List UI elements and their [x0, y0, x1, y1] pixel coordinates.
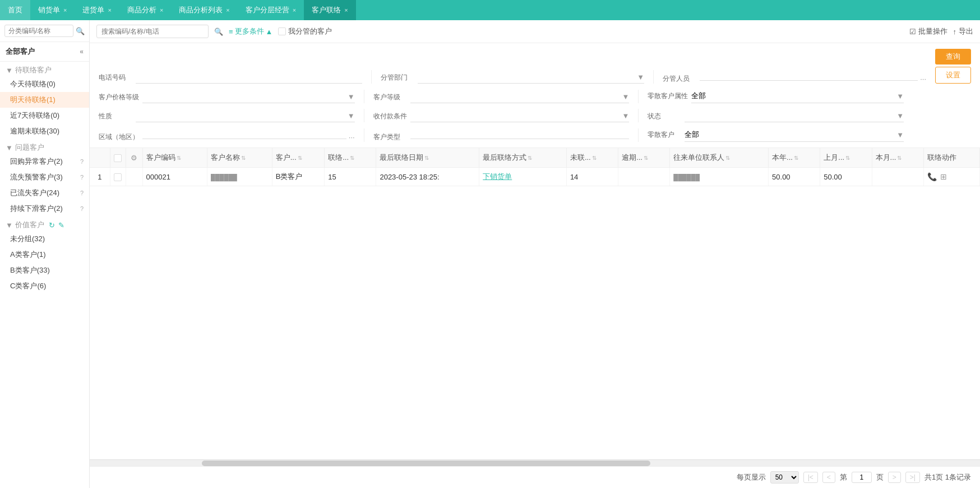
- main-layout: 🔍 全部客户 « ▼ 待联络客户 今天待联络(0) 明天待联络(1) 近7天待联…: [0, 20, 980, 488]
- table-area: ⚙ 客户编码 ⇅ 客户名称 ⇅: [90, 148, 980, 459]
- filter-price-level-select[interactable]: ▼: [142, 91, 355, 103]
- sidebar-item-abnormal[interactable]: 回购异常客户(2) ?: [0, 154, 89, 169]
- sidebar-item-declining[interactable]: 持续下滑客户(2) ?: [0, 201, 89, 217]
- th-actions: 联络动作: [923, 148, 979, 168]
- sidebar-item-ungroup[interactable]: 未分组(32): [0, 231, 89, 247]
- chevron-down-icon: ▼: [896, 92, 904, 100]
- nav-home[interactable]: 首页: [0, 0, 30, 20]
- page-suffix: 页: [876, 472, 884, 482]
- filter-payment-select[interactable]: ▼: [410, 110, 630, 122]
- collapse-icon[interactable]: «: [80, 48, 84, 56]
- contact-method-link[interactable]: 下销货单: [483, 172, 512, 181]
- filter-customer-type-select[interactable]: [410, 135, 630, 139]
- chevron-down-icon: ▼: [896, 112, 904, 120]
- last-page-button[interactable]: >|: [905, 472, 920, 483]
- horizontal-scrollbar[interactable]: [90, 459, 980, 466]
- filter-region-select[interactable]: [142, 135, 346, 139]
- more-options-icon[interactable]: ···: [920, 75, 926, 83]
- sidebar-item-b-class[interactable]: B类客户(33): [0, 263, 89, 278]
- filter-phone-input[interactable]: [136, 72, 362, 84]
- sidebar-item-churned[interactable]: 已流失客户(24) ?: [0, 185, 89, 201]
- cell-this-month: [872, 168, 923, 186]
- th-gear[interactable]: ⚙: [126, 148, 142, 168]
- filter-nature: 性质 ▼: [99, 110, 355, 122]
- export-button[interactable]: ↑ 导出: [953, 26, 974, 36]
- filter-customer-level-select[interactable]: ▼: [410, 91, 630, 103]
- nav-customer-contact[interactable]: 客户联络 ×: [304, 0, 355, 20]
- cell-actions: 📞 ⊞: [923, 168, 979, 186]
- section-label-value: 价值客户: [15, 220, 44, 230]
- first-page-button[interactable]: |<: [803, 472, 818, 483]
- filter-retail-attr-select[interactable]: 全部 ▼: [691, 89, 904, 103]
- page-number-input[interactable]: [852, 472, 872, 483]
- nav-customer-tier[interactable]: 客户分层经营 ×: [238, 0, 304, 20]
- close-icon[interactable]: ×: [63, 7, 67, 13]
- sort-icon: ⇅: [644, 155, 648, 161]
- more-options-dots-icon[interactable]: ···: [349, 133, 355, 141]
- phone-icon[interactable]: 📞: [927, 172, 937, 181]
- question-icon: ?: [80, 158, 84, 165]
- sidebar-item-a-class[interactable]: A类客户(1): [0, 247, 89, 263]
- th-last-month: 上月... ⇅: [820, 148, 872, 168]
- bulk-ops-button[interactable]: ☑ 批量操作: [909, 26, 947, 36]
- filter-status-select[interactable]: ▼: [685, 110, 904, 122]
- chevron-down-icon: ▼: [348, 93, 355, 101]
- cell-code: 000021: [142, 168, 207, 186]
- separator: [364, 90, 364, 103]
- filter-retail-customer-select[interactable]: 全部 ▼: [685, 128, 904, 142]
- close-icon[interactable]: ×: [344, 7, 348, 13]
- question-icon: ?: [80, 174, 84, 181]
- filter-nature-select[interactable]: ▼: [136, 110, 355, 122]
- nav-sales[interactable]: 销货单 ×: [30, 0, 75, 20]
- search-bar: 🔍 ≡ 更多条件 ▲ 我分管的客户 ☑ 批量操作 ↑ 导出: [90, 20, 980, 43]
- nav-product-analysis-list[interactable]: 商品分析列表 ×: [171, 0, 237, 20]
- cell-num: 1: [90, 168, 110, 186]
- th-name: 客户名称 ⇅: [207, 148, 272, 168]
- more-filter-button[interactable]: ≡ 更多条件 ▲: [229, 26, 272, 36]
- search-button[interactable]: 🔍: [214, 27, 223, 36]
- sidebar-all-customers[interactable]: 全部客户 «: [0, 42, 89, 62]
- per-page-select[interactable]: 50 100 200: [770, 471, 799, 484]
- close-icon[interactable]: ×: [226, 7, 229, 13]
- scrollbar-thumb[interactable]: [202, 461, 650, 466]
- settings-button[interactable]: 设置: [935, 67, 971, 84]
- cell-unit-contacts: ██████: [670, 168, 769, 186]
- th-code: 客户编码 ⇅: [142, 148, 207, 168]
- sidebar-item-churn-warning[interactable]: 流失预警客户(3) ?: [0, 169, 89, 185]
- search-icon[interactable]: 🔍: [76, 27, 85, 35]
- chevron-down-icon: ▼: [348, 112, 355, 120]
- filter-dept-select[interactable]: ▼: [418, 71, 644, 84]
- row-checkbox[interactable]: [114, 173, 122, 181]
- sort-icon: ⇅: [350, 155, 354, 161]
- refresh-icon[interactable]: ↻: [49, 221, 55, 229]
- sidebar-item-today[interactable]: 今天待联络(0): [0, 76, 89, 92]
- checkbox-bulk-icon: ☑: [909, 27, 916, 36]
- grid-icon[interactable]: ⊞: [940, 172, 947, 181]
- sidebar-section-pending: ▼ 待联络客户: [0, 62, 89, 76]
- query-button[interactable]: 查询: [935, 49, 971, 65]
- search-input[interactable]: [96, 25, 209, 38]
- filter-region-label: 区域（地区）: [99, 132, 139, 142]
- header-checkbox[interactable]: [114, 154, 122, 162]
- filter-person-select[interactable]: [700, 77, 918, 81]
- edit-icon[interactable]: ✎: [58, 221, 64, 229]
- sidebar-item-overdue[interactable]: 逾期未联络(30): [0, 123, 89, 139]
- sidebar-item-tomorrow[interactable]: 明天待联络(1): [0, 92, 89, 108]
- separator: [638, 128, 639, 142]
- my-customers-checkbox[interactable]: 我分管的客户: [278, 26, 332, 36]
- th-unit-contacts: 往来单位联系人 ⇅: [670, 148, 769, 168]
- sidebar-search-input[interactable]: [4, 25, 73, 37]
- sidebar-item-c-class[interactable]: C类客户(6): [0, 278, 89, 294]
- prev-page-button[interactable]: <: [822, 472, 835, 483]
- nav-purchase[interactable]: 进货单 ×: [75, 0, 119, 20]
- close-icon[interactable]: ×: [293, 7, 296, 13]
- sort-icon: ⇅: [241, 155, 246, 161]
- cell-contacts: 15: [325, 168, 376, 186]
- nav-product-analysis[interactable]: 商品分析 ×: [119, 0, 171, 20]
- sidebar-item-7days[interactable]: 近7天待联络(0): [0, 108, 89, 123]
- close-icon[interactable]: ×: [108, 7, 111, 13]
- th-type: 客户... ⇅: [272, 148, 325, 168]
- next-page-button[interactable]: >: [888, 472, 901, 483]
- checkbox-icon[interactable]: [278, 27, 286, 35]
- close-icon[interactable]: ×: [160, 7, 163, 13]
